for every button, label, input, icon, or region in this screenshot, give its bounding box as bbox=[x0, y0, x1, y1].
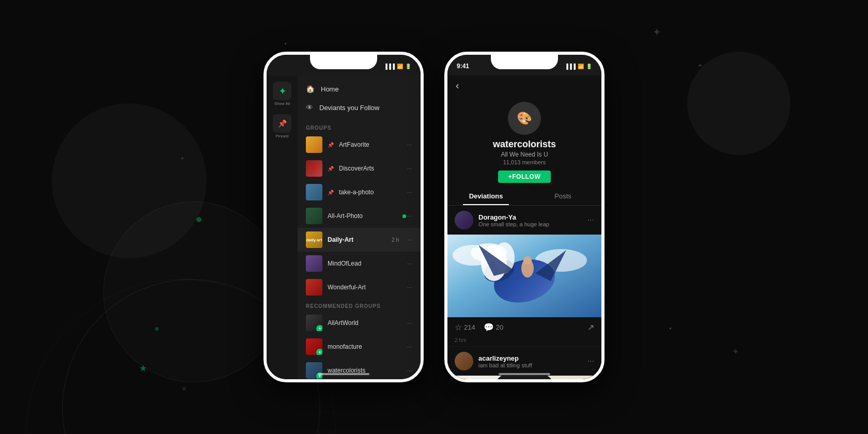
signal-icon: ▐▐▐ bbox=[384, 64, 395, 69]
group-avatar-allartphoto bbox=[306, 208, 322, 224]
group-name-allartphoto: All-Art-Photo bbox=[328, 212, 402, 220]
sidebar-pinned-wrap[interactable]: 📌 Pinned bbox=[273, 114, 291, 138]
add-icon-allartworld: + bbox=[316, 325, 322, 331]
post-item-1: Doragon-Ya One small step, a huge leap ·… bbox=[447, 206, 601, 347]
post-2-image bbox=[447, 376, 601, 379]
left-phone: ▐▐▐ 📶 🔋 ✦ Show All 📌 Pinned bbox=[264, 52, 424, 382]
group-more-watercolorists[interactable]: ··· bbox=[407, 367, 412, 374]
post-2-header: acarlizeynep iam bad at titling stuff ··… bbox=[447, 347, 601, 376]
right-home-bar bbox=[499, 373, 550, 375]
left-sidebar: ✦ Show All 📌 Pinned bbox=[267, 75, 298, 379]
group-more-discoverarts[interactable]: ··· bbox=[407, 165, 412, 172]
group-name-artfavorite: ArtFavorite bbox=[339, 141, 402, 148]
post-1-header: Doragon-Ya One small step, a huge leap ·… bbox=[447, 206, 601, 235]
show-all-label: Show All bbox=[274, 101, 290, 106]
left-home-bar bbox=[318, 373, 369, 375]
pinned-label: Pinned bbox=[276, 134, 289, 138]
phones-container: ▐▐▐ 📶 🔋 ✦ Show All 📌 Pinned bbox=[0, 0, 868, 434]
group-item-wonderfulart[interactable]: Wonderful-Art ··· bbox=[298, 275, 421, 299]
pin-icon[interactable]: 📌 bbox=[273, 114, 291, 133]
group-more-monofacture[interactable]: ··· bbox=[407, 343, 412, 350]
pin-small-icon: 📌 bbox=[328, 142, 334, 148]
like-button-1[interactable]: ☆ 214 bbox=[455, 322, 475, 332]
left-phone-notch bbox=[310, 55, 377, 69]
group-avatar-allartworld: + bbox=[306, 315, 322, 331]
group-avatar-mindoflead bbox=[306, 255, 322, 272]
group-item-allartphoto[interactable]: All-Art-Photo ··· bbox=[298, 204, 421, 228]
group-name-monofacture: monofacture bbox=[328, 343, 402, 350]
group-avatar-watercolorists: + bbox=[306, 362, 322, 379]
nav-deviants-follow[interactable]: 👁 Deviants you Follow bbox=[298, 98, 421, 117]
group-item-allartworld[interactable]: + AllArtWorld ··· bbox=[298, 311, 421, 335]
comment-button-1[interactable]: 💬 20 bbox=[484, 322, 503, 332]
group-more-mindoflead[interactable]: ··· bbox=[407, 260, 412, 267]
pin-small-icon3: 📌 bbox=[328, 190, 334, 195]
group-item-artfavorite[interactable]: 📌 ArtFavorite ··· bbox=[298, 133, 421, 157]
star-icon: ☆ bbox=[455, 322, 462, 332]
group-avatar-dailyart: daily art bbox=[306, 231, 322, 248]
r-signal-icon: ▐▐▐ bbox=[565, 64, 576, 69]
post-1-time: 2 hrs bbox=[447, 337, 601, 346]
share-button-1[interactable]: ↗ bbox=[587, 322, 594, 332]
post-1-more[interactable]: ··· bbox=[587, 215, 594, 225]
group-more-wonderfulart[interactable]: ··· bbox=[407, 284, 412, 291]
group-dot-allartphoto bbox=[402, 214, 406, 218]
group-more-takeaphoto[interactable]: ··· bbox=[407, 189, 412, 196]
tabs-row: Deviations Posts bbox=[447, 187, 601, 206]
deviantart-logo[interactable]: ✦ bbox=[273, 82, 291, 100]
post-1-author: Doragon-Ya One small step, a huge leap bbox=[478, 213, 582, 227]
group-item-watercolorists-sidebar[interactable]: + watercolorists ··· bbox=[298, 359, 421, 379]
tab-posts[interactable]: Posts bbox=[524, 187, 601, 205]
group-avatar-discoverarts: 👁 bbox=[306, 160, 322, 177]
right-phone-content: ‹ 🎨 watercolorists All We Need Is U 11,0… bbox=[447, 75, 601, 379]
r-wifi-icon: 📶 bbox=[578, 64, 584, 69]
group-item-dailyart[interactable]: daily art Daily-Art 2 h ··· bbox=[298, 228, 421, 252]
profile-members: 11,013 members bbox=[503, 159, 546, 165]
group-item-discoverarts[interactable]: 👁 📌 DiscoverArts ··· bbox=[298, 157, 421, 180]
group-item-monofacture[interactable]: + monofacture ··· bbox=[298, 335, 421, 359]
profile-section: 🎨 watercolorists All We Need Is U 11,013… bbox=[447, 94, 601, 187]
groups-section-header: GROUPS bbox=[298, 121, 421, 133]
follow-button[interactable]: +FOLLOW bbox=[498, 171, 551, 183]
tab-deviations[interactable]: Deviations bbox=[447, 187, 524, 205]
battery-icon: 🔋 bbox=[405, 64, 411, 69]
group-more-artfavorite[interactable]: ··· bbox=[407, 141, 412, 148]
home-icon: 🏠 bbox=[306, 85, 315, 93]
right-phone-notch bbox=[491, 55, 558, 69]
group-more-allartphoto[interactable]: ··· bbox=[407, 212, 412, 220]
group-name-mindoflead: MindOfLead bbox=[328, 260, 402, 267]
group-item-mindoflead[interactable]: MindOfLead ··· bbox=[298, 252, 421, 275]
post-1-subtitle: One small step, a huge leap bbox=[478, 221, 582, 227]
profile-avatar: 🎨 bbox=[508, 102, 541, 135]
comment-icon: 💬 bbox=[484, 322, 494, 332]
post-2-avatar bbox=[455, 352, 473, 370]
eye-icon: 👁 bbox=[306, 103, 313, 112]
back-button[interactable]: ‹ bbox=[456, 80, 459, 91]
group-more-allartworld[interactable]: ··· bbox=[407, 319, 412, 327]
right-status-time: 9:41 bbox=[457, 63, 469, 70]
r-battery-icon: 🔋 bbox=[586, 64, 592, 69]
group-name-allartworld: AllArtWorld bbox=[328, 319, 402, 327]
svg-point-9 bbox=[523, 256, 532, 265]
group-name-wonderfulart: Wonderful-Art bbox=[328, 284, 402, 291]
deviants-follow-label: Deviants you Follow bbox=[319, 104, 379, 112]
pin-small-icon2: 📌 bbox=[328, 166, 334, 172]
group-name-discoverarts: DiscoverArts bbox=[339, 165, 402, 172]
right-phone-header: ‹ bbox=[447, 75, 601, 94]
sidebar-logo-wrap[interactable]: ✦ Show All bbox=[273, 82, 291, 106]
group-more-dailyart[interactable]: ··· bbox=[407, 236, 412, 243]
post-1-avatar bbox=[455, 211, 473, 229]
group-name-takeaphoto: take-a-photo bbox=[339, 189, 402, 196]
group-avatar-wonderfulart bbox=[306, 279, 322, 296]
post-1-actions: ☆ 214 💬 20 ↗ bbox=[447, 317, 601, 337]
group-item-takeaphoto[interactable]: 📌 take-a-photo ··· bbox=[298, 180, 421, 204]
profile-tagline: All We Need Is U bbox=[501, 151, 548, 158]
post-2-subtitle: iam bad at titling stuff bbox=[478, 362, 582, 368]
feed-section: Doragon-Ya One small step, a huge leap ·… bbox=[447, 206, 601, 379]
left-main-feed: 🏠 Home 👁 Deviants you Follow GROUPS 📌 bbox=[298, 75, 421, 379]
post-2-more[interactable]: ··· bbox=[587, 357, 594, 366]
wifi-icon: 📶 bbox=[397, 64, 403, 69]
nav-home[interactable]: 🏠 Home bbox=[298, 80, 421, 98]
svg-point-13 bbox=[496, 376, 553, 379]
nav-items: 🏠 Home 👁 Deviants you Follow bbox=[298, 75, 421, 121]
